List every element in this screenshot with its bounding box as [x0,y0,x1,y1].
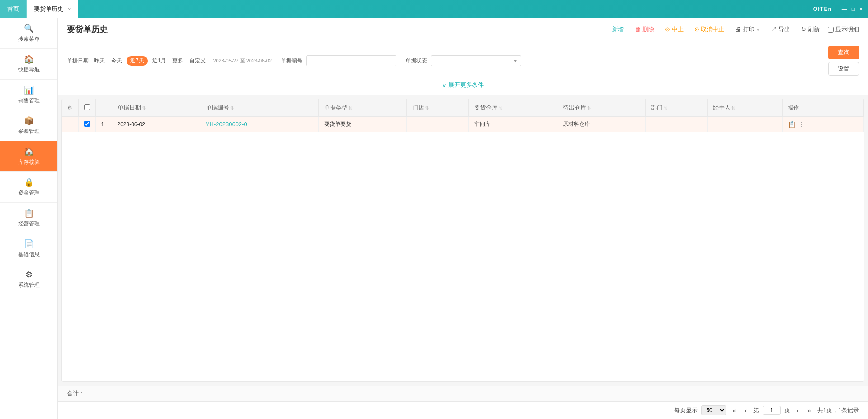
sidebar-item-sales[interactable]: 📊 销售管理 [0,80,57,110]
next-page-btn[interactable]: › [794,406,801,415]
sidebar-item-basic-info[interactable]: 📄 基础信息 [0,233,57,264]
date-shortcut-more[interactable]: 更多 [170,56,185,66]
th-handler: 经手人⇅ [708,99,783,117]
query-button[interactable]: 查询 [828,46,859,59]
sales-icon: 📊 [24,85,34,95]
content-body: ⚙ 单据日期⇅ 单据编号⇅ 单据类型⇅ 门店⇅ 要货仓库⇅ 待出仓库⇅ 部门⇅ … [58,95,868,419]
sort-bill-no-icon[interactable]: ⇅ [230,105,234,110]
th-department-label: 部门 [651,104,663,111]
page-current-prefix: 第 [753,406,759,414]
sidebar-item-finance[interactable]: 🔒 资金管理 [0,172,57,203]
date-shortcut-today[interactable]: 今天 [109,56,124,66]
expand-more-btn[interactable]: ∨ 展开更多条件 [442,81,484,89]
prev-page-btn[interactable]: ‹ [742,406,750,415]
main-layout: 🔍 搜索菜单 🏠 快捷导航 📊 销售管理 📦 采购管理 🏠 库存核算 🔒 资金管… [0,18,868,419]
refresh-button[interactable]: ↻ 刷新 [798,24,822,35]
sidebar-item-system[interactable]: ⚙ 系统管理 [0,264,57,295]
brand-label: OfTEn [808,6,837,12]
sort-date-icon[interactable]: ⇅ [142,105,146,110]
check-all[interactable] [84,104,90,110]
content-area: 要货单历史 + 新增 🗑 删除 ⊘ 中止 ⊘ 取消中止 🖨 [58,18,868,419]
date-shortcut-1month[interactable]: 近1月 [151,56,168,66]
cell-department [646,117,708,132]
more-action-icon[interactable]: ⋮ [798,121,805,128]
purchase-icon: 📦 [24,116,34,126]
display-detail-check[interactable] [828,27,834,33]
finance-icon: 🔒 [24,177,34,187]
window-close-btn[interactable]: × [859,6,863,12]
sidebar-item-inventory[interactable]: 🏠 库存核算 [0,141,57,172]
th-store: 门店⇅ [407,99,469,117]
sidebar-item-operations-label: 经营管理 [18,220,40,228]
tab-home-label: 首页 [7,5,19,13]
display-detail-checkbox[interactable]: 显示明细 [828,25,859,33]
window-minimize-btn[interactable]: — [842,6,847,12]
per-page-select[interactable]: 50 20 100 200 [701,405,726,415]
sidebar-item-operations[interactable]: 📋 经营管理 [0,203,57,233]
print-dropdown-icon[interactable]: ▼ [756,27,760,32]
sidebar-item-purchase-label: 采购管理 [18,128,40,135]
sort-store-icon[interactable]: ⇅ [425,105,429,110]
tab-close-icon[interactable]: × [68,6,71,12]
tab-home[interactable]: 首页 [0,0,27,18]
table-area: ⚙ 单据日期⇅ 单据编号⇅ 单据类型⇅ 门店⇅ 要货仓库⇅ 待出仓库⇅ 部门⇅ … [61,99,864,382]
export-label: ↗ 导出 [771,25,791,33]
print-label: 🖨 打印 [735,25,755,33]
action-icons: 📋 ⋮ [788,121,858,128]
sort-handler-icon[interactable]: ⇅ [731,105,735,110]
cancel-stop-label: ⊘ 取消中止 [694,25,725,33]
date-shortcut-yesterday[interactable]: 昨天 [92,56,107,66]
page-number-input[interactable] [763,406,781,415]
th-date: 单据日期⇅ [112,99,200,117]
date-shortcuts: 昨天 今天 近7天 近1月 更多 自定义 [92,56,208,66]
bill-no-input[interactable] [306,55,396,66]
tab-active-label: 要货单历史 [34,5,63,13]
cancel-stop-button[interactable]: ⊘ 取消中止 [692,24,727,35]
sidebar-item-sales-label: 销售管理 [18,97,40,105]
settings-button[interactable]: 设置 [828,62,859,76]
page-title-row: 要货单历史 + 新增 🗑 删除 ⊘ 中止 ⊘ 取消中止 🖨 [67,24,859,35]
search-menu-icon: 🔍 [24,24,34,33]
sidebar-item-finance-label: 资金管理 [18,189,40,197]
bill-no-link[interactable]: YH-20230602-0 [206,121,247,128]
sort-bill-type-icon[interactable]: ⇅ [349,105,352,110]
last-page-btn[interactable]: » [805,406,813,415]
date-shortcut-custom[interactable]: 自定义 [188,56,208,66]
print-button[interactable]: 🖨 打印 ▼ [732,24,763,35]
cell-pending-warehouse: 原材料仓库 [557,117,645,132]
first-page-btn[interactable]: « [730,406,738,415]
sort-req-warehouse-icon[interactable]: ⇅ [499,105,502,110]
tab-active[interactable]: 要货单历史 × [27,0,78,18]
sort-department-icon[interactable]: ⇅ [664,105,667,110]
refresh-label: ↻ 刷新 [801,25,820,33]
expand-label: 展开更多条件 [448,81,484,89]
sidebar-item-search-menu[interactable]: 🔍 搜索菜单 [0,18,57,49]
sidebar-item-quick-nav[interactable]: 🏠 快捷导航 [0,49,57,80]
pagination: 每页显示 50 20 100 200 « ‹ 第 页 › » 共1页，1条记录 [58,401,868,419]
delete-button[interactable]: 🗑 删除 [632,24,657,35]
cell-action: 📋 ⋮ [783,117,864,132]
sidebar-item-purchase[interactable]: 📦 采购管理 [0,110,57,141]
row-check[interactable] [84,121,90,127]
status-filter-group: 单据状态 [406,55,527,66]
total-info: 共1页，1条记录 [817,406,859,414]
cell-req-warehouse: 车间库 [469,117,557,132]
th-req-warehouse-label: 要货仓库 [474,104,498,111]
date-filter-label: 单据日期 [67,57,89,65]
stop-button[interactable]: ⊘ 中止 [662,24,686,35]
window-maximize-btn[interactable]: □ [852,6,855,12]
cell-check [78,117,95,132]
add-button[interactable]: + 新增 [604,24,627,35]
cell-store [407,117,469,132]
expand-icon: ∨ [442,82,447,89]
sort-pending-warehouse-icon[interactable]: ⇅ [587,105,591,110]
basic-info-icon: 📄 [24,239,34,249]
date-shortcut-7days[interactable]: 近7天 [127,56,148,66]
view-action-icon[interactable]: 📋 [788,121,796,128]
filter-row-1: 单据日期 昨天 今天 近7天 近1月 更多 自定义 2023-05-27 至 2… [67,46,859,76]
export-button[interactable]: ↗ 导出 [769,24,793,35]
status-select-wrapper [431,55,521,66]
per-page-label: 每页显示 [674,406,698,414]
status-select[interactable] [431,55,521,66]
th-check [78,99,95,117]
